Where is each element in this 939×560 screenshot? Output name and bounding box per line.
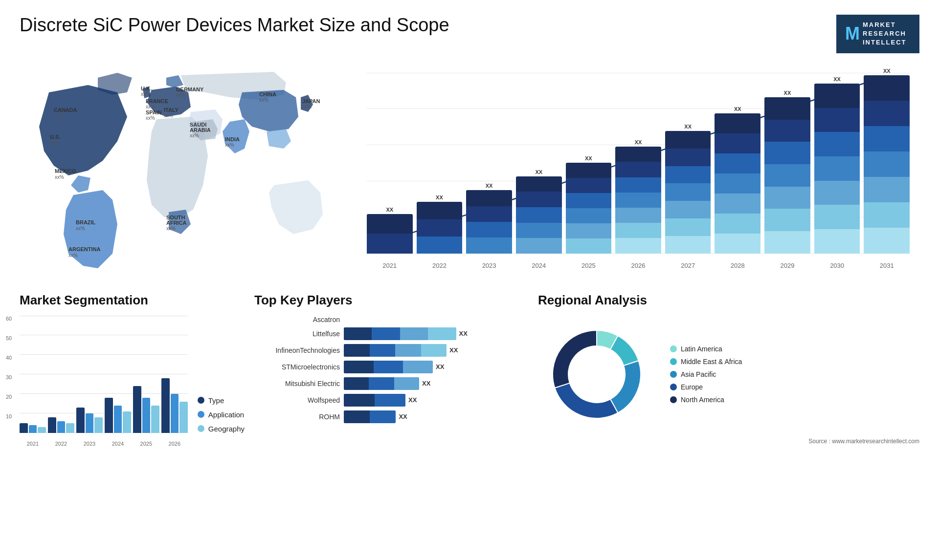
growth-bar-stack [566,163,612,254]
growth-bar-group: XX [367,68,413,254]
page-title: Discrete SiC Power Devices Market Size a… [20,15,449,36]
growth-bar-segment [516,207,562,223]
player-bar-container [344,327,456,340]
growth-bar-segment [615,147,661,162]
player-bar-segment [394,377,419,390]
seg-bar [133,386,141,433]
seg-bar [142,398,151,433]
growth-bar-group: XX [814,68,860,254]
seg-bar-group [133,316,159,433]
growth-bar-segment [665,166,711,184]
player-row: Mitsubishi ElectricXX [254,377,528,390]
growth-bar-segment [566,238,612,254]
growth-xx-label: XX [684,124,692,129]
segmentation-title: Market Segmentation [20,293,245,308]
players-list: AscatronLittelfuseXXInfineonTechnologies… [254,316,528,423]
growth-bar-segment [715,133,760,153]
seg-bar [171,394,179,433]
svg-text:xx%: xx% [190,133,199,138]
growth-bar-segment [566,208,612,223]
growth-year-label: 2030 [814,262,860,269]
seg-legend-dot [198,411,204,418]
seg-bar [20,423,28,433]
player-name: Wolfspeed [254,396,340,404]
player-bar-segment [374,361,403,373]
growth-bar-segment [367,234,413,253]
growth-bar-segment [814,84,860,108]
growth-bar-segment [764,231,810,254]
player-bar-container [344,394,405,407]
growth-bar-group: XX [615,68,661,254]
player-bar-container [344,344,447,357]
donut-segment [610,361,641,413]
growth-bar-segment [466,237,512,253]
growth-bar-group: XX [466,68,512,254]
svg-text:JAPAN: JAPAN [302,98,320,104]
growth-bar-segment [615,223,661,238]
svg-text:xx%: xx% [54,113,63,119]
player-bar-container [344,361,433,373]
growth-bar-segment [814,108,860,132]
growth-bar-segment [466,190,512,206]
logo-line1: MARKET [863,21,907,29]
seg-chart: 60 50 40 30 20 10 [20,316,188,448]
svg-text:xx%: xx% [259,97,268,103]
growth-bar-segment [715,194,760,214]
player-bar-wrap: XX [344,327,528,340]
growth-bar-segment [864,228,910,253]
regional-section: Regional Analysis Latin AmericaMiddle Ea… [538,293,919,448]
player-bar-container [344,377,419,390]
seg-bar [105,398,113,433]
growth-x-labels: 2021202220232024202520262027202820292030… [367,262,910,269]
growth-bar-group: XX [864,68,910,254]
growth-bar-segment [615,208,661,223]
seg-legend-label: Type [208,396,224,405]
player-bar-segment [344,394,375,407]
player-bar-wrap: XX [344,361,528,373]
world-map-section: CANADA xx% U.S. xx% MEXICO xx% BRAZIL xx… [20,63,342,278]
seg-x-label: 2025 [133,441,159,447]
growth-bar-segment [367,214,413,234]
growth-bar-segment [814,156,860,181]
regional-legend-item: Latin America [670,345,742,353]
regional-legend-dot [670,358,677,365]
svg-text:AFRICA: AFRICA [166,220,187,226]
player-bar-segment [344,327,372,340]
growth-bar-segment [566,178,612,193]
world-map: CANADA xx% U.S. xx% MEXICO xx% BRAZIL xx… [20,63,342,278]
regional-legend-label: Europe [681,383,703,391]
growth-bar-segment [814,229,860,254]
growth-bar-stack [466,190,512,253]
growth-bar-group: XX [665,68,711,254]
player-value: XX [408,396,417,404]
seg-bars [20,316,188,433]
donut-area: Latin AmericaMiddle East & AfricaAsia Pa… [538,316,919,433]
svg-text:ITALY: ITALY [164,107,179,113]
regional-legend-dot [670,384,677,390]
seg-bar-group [20,316,46,433]
seg-bar [76,408,85,433]
seg-x-labels: 202120222023202420252026 [20,441,188,447]
growth-year-label: 2031 [864,262,910,269]
growth-bar-segment [466,222,512,237]
growth-bar-stack [516,176,562,254]
player-value: XX [449,346,458,354]
svg-text:ARABIA: ARABIA [190,127,211,133]
growth-bar-stack [814,84,860,254]
growth-bar-stack [764,97,810,253]
growth-bar-segment [764,97,810,120]
growth-bar-stack [665,131,711,254]
svg-text:U.S.: U.S. [50,134,60,140]
svg-text:xx%: xx% [302,104,312,109]
seg-bar-group [161,316,188,433]
growth-bar-segment [764,142,810,164]
player-bar-segment [400,327,428,340]
svg-text:SPAIN: SPAIN [146,109,162,115]
regional-legend-item: Asia Pacific [670,370,742,378]
growth-bar-group: XX [566,68,612,254]
growth-bar-segment [764,164,810,187]
seg-bar [161,378,170,433]
svg-text:xx%: xx% [146,115,155,121]
segmentation-section: Market Segmentation 60 50 40 30 20 10 [20,293,245,448]
growth-year-label: 2022 [417,262,463,269]
